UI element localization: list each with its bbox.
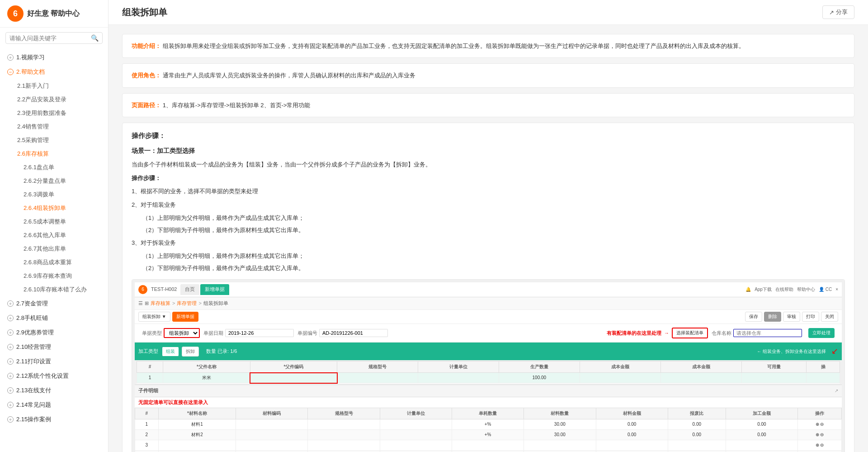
ss-btn-print[interactable]: 打印 [802, 312, 819, 322]
step3: 3、对于拆装业务 [132, 238, 845, 248]
ss-annotation-1: 有装配清单的在这里处理 [607, 329, 661, 338]
sidebar-item-cases[interactable]: + 2.15操作案例 [0, 412, 108, 427]
sidebar-item-prepare[interactable]: 2.3使用前数据准备 [0, 106, 108, 120]
ss-type-btns[interactable]: 组装 拆卸 [162, 347, 199, 357]
step3-2: （2）下部明细为子件明细，最终作为产成品生成其它入库单。 [142, 263, 845, 273]
ss-btn-approve[interactable]: 审核 [783, 312, 800, 322]
ss-type-row: 加工类型 组装 拆卸 数量 已录: 1/6 ← 组装业务、拆卸业务在这里选择 ↙ [135, 343, 842, 360]
ss-btn-new-doc[interactable]: 新增单据 [172, 312, 198, 322]
step1: 1、根据不同的业务，选择不同单据的类型来处理 [132, 186, 845, 196]
ss-date-input[interactable] [225, 329, 294, 337]
expand-icon-faq: + [7, 402, 14, 408]
ss-child-header: 子件明细 ↗ [135, 385, 842, 397]
ss-type-assembly[interactable]: 组装 [162, 347, 179, 357]
sidebar-item-ledger-error[interactable]: 2.6.10库存账本错了么办 [0, 283, 108, 296]
sidebar-item-install[interactable]: 2.2产品安装及登录 [0, 93, 108, 106]
sidebar-item-docs[interactable]: − 2.帮助文档 [0, 65, 108, 79]
ss-breadcrumb: ☰ ⊞ 库存核算 > 库存管理 > 组装拆卸单 [135, 297, 842, 310]
expand-icon: + [7, 54, 14, 61]
sidebar-item-adjust[interactable]: 2.6.3调拨单 [0, 188, 108, 201]
expand-icon-custom: + [7, 373, 14, 379]
sidebar-item-print[interactable]: + 2.11打印设置 [0, 354, 108, 369]
ss-btn-new-type[interactable]: 组装拆卸 ▼ [138, 312, 170, 322]
expand-icon-print: + [7, 358, 14, 365]
sidebar-item-other-in[interactable]: 2.6.6其他入库单 [0, 228, 108, 242]
path-text: 1、库存核算->库存管理->组装拆卸单 2、首页->常用功能 [163, 102, 311, 109]
user-role-label: 使用角色： [132, 72, 161, 79]
ss-tab-home[interactable]: 自页 [180, 284, 199, 295]
share-button[interactable]: ↗ 分享 [822, 5, 854, 19]
ss-nav-items: 🔔 App下载 在线帮助 帮助中心 👤 CC × [745, 285, 838, 294]
screenshot-inner: 6 TEST-H002 自页 新增单据 🔔 App下载 在线帮助 帮助中心 [132, 280, 844, 452]
ss-parent-table: # *父件名称 *父件编码 规格型号 计量单位 生产数量 成本金额 成本金额 可… [137, 361, 840, 384]
sidebar-item-sales[interactable]: 2.4销售管理 [0, 120, 108, 133]
ss-form-warehouse: 仓库名称 [712, 329, 802, 338]
ss-form-date: 单据日期 [203, 329, 294, 338]
sidebar-header: 6 好生意 帮助中心 [0, 0, 108, 28]
scenario1-title: 场景一：加工类型选择 [132, 145, 845, 157]
sidebar-item-stocktake[interactable]: 2.6.1盘点单 [0, 161, 108, 174]
user-role-text: 通常由生产人员或库管人员完成拆装业务的操作，库管人员确认原材料的出库和产成品的入… [163, 72, 415, 79]
app-title: 好生意 帮助中心 [27, 9, 80, 19]
expand-icon-finance: + [7, 300, 14, 307]
collapse-icon: − [7, 69, 14, 75]
ss-tab-new[interactable]: 新增单据 [200, 284, 229, 295]
ss-bom-btn[interactable]: 选择装配清单 [672, 328, 708, 338]
ss-annotation-4: 无固定清单可以直接在这里录入 [135, 397, 842, 408]
ss-process-btn[interactable]: 立即处理 [808, 328, 835, 338]
ss-parent-table-area: # *父件名称 *父件编码 规格型号 计量单位 生产数量 成本金额 成本金额 可… [137, 361, 840, 384]
sidebar-item-split-stock[interactable]: 2.6.2分量盘点单 [0, 174, 108, 188]
table-row: 3⊕ ⊖ [135, 440, 842, 451]
ss-tabs[interactable]: 自页 新增单据 [180, 284, 229, 295]
search-box[interactable]: 🔍 [5, 32, 103, 44]
expand-icon-biz: + [7, 344, 14, 350]
sidebar-item-inventory[interactable]: 2.6库存核算 [0, 147, 108, 161]
step2-2: （2）下部明细为子件明细，最终作为原材料生成其它出库单。 [142, 225, 845, 235]
ops-steps-title: 操作步骤： [132, 173, 845, 183]
ss-btn-save[interactable]: 保存 [745, 312, 762, 322]
ss-topbar: 6 TEST-H002 自页 新增单据 🔔 App下载 在线帮助 帮助中心 [135, 282, 842, 297]
expand-icon-cases: + [7, 416, 14, 423]
scenario1-desc: 当由多个子件材料组装成一个成品的业务为【组装】业务，当由一个父件拆分成多个子产品… [132, 159, 845, 170]
search-icon[interactable]: 🔍 [91, 34, 99, 42]
ops-title: 操作步骤： [132, 129, 845, 142]
sidebar-item-finance[interactable]: + 2.7资金管理 [0, 296, 108, 311]
sidebar-item-cost-adjust[interactable]: 2.6.5成本调整单 [0, 215, 108, 228]
ss-warehouse-input[interactable] [733, 329, 802, 337]
ss-logo: 6 [138, 285, 147, 294]
sidebar-item-coupon[interactable]: + 2.9优惠券管理 [0, 325, 108, 340]
expand-icon-payment: + [7, 387, 14, 394]
ss-form-doctype: 单据类型 组装拆卸 [142, 328, 200, 338]
ss-btn-delete[interactable]: 删除 [764, 312, 781, 322]
ops-block: 操作步骤： 场景一：加工类型选择 当由多个子件材料组装成一个成品的业务为【组装】… [122, 123, 854, 452]
sidebar-item-other-out[interactable]: 2.6.7其他出库单 [0, 242, 108, 256]
ss-type-disassembly[interactable]: 拆卸 [182, 347, 199, 357]
ss-btn-close[interactable]: 关闭 [821, 312, 838, 322]
ss-docno-input[interactable] [319, 329, 388, 337]
ss-toolbar-right: 保存 删除 审核 打印 关闭 [745, 312, 838, 322]
sidebar-item-new-user[interactable]: 2.1新手入门 [0, 79, 108, 93]
function-intro-text: 组装拆卸单用来处理企业组装或拆卸等加工业务，支持有固定装配清单的产品加工业务，也… [163, 43, 745, 49]
sidebar-item-purchase[interactable]: 2.5采购管理 [0, 133, 108, 147]
sidebar-item-video[interactable]: + 1.视频学习 [0, 50, 108, 65]
table-row: 2 材料2 +% 30.00 0.00 0.00 0.00 [135, 430, 842, 440]
sidebar: 6 好生意 帮助中心 🔍 + 1.视频学习 − 2.帮助文档 2.1新手入门 2… [0, 0, 108, 452]
path-label: 页面路径： [132, 102, 161, 109]
sidebar-item-cost-recalc[interactable]: 2.6.8商品成本重算 [0, 256, 108, 269]
step2-1: （1）上部明细为父件明细，最终作为产成品生成其它入库单； [142, 213, 845, 223]
sidebar-item-custom[interactable]: + 2.12系统个性化设置 [0, 369, 108, 383]
sidebar-item-mobile[interactable]: + 2.8手机旺铺 [0, 311, 108, 325]
ss-window-title: TEST-H002 [151, 285, 177, 294]
sidebar-item-faq[interactable]: + 2.14常见问题 [0, 398, 108, 412]
search-input[interactable] [9, 35, 91, 42]
sidebar-item-biz[interactable]: + 2.10经营管理 [0, 340, 108, 354]
step3-1: （1）上部明细为父件明细，最终作为原材料生成其它出库单； [142, 251, 845, 261]
expand-icon-mobile: + [7, 315, 14, 321]
parent-code-cell[interactable] [250, 373, 337, 383]
sidebar-item-assembly[interactable]: 2.6.4组装拆卸单 [0, 201, 108, 215]
function-intro-label: 功能介绍： [132, 43, 161, 49]
sidebar-item-payment[interactable]: + 2.13在线支付 [0, 383, 108, 398]
function-intro-block: 功能介绍： 组装拆卸单用来处理企业组装或拆卸等加工业务，支持有固定装配清单的产品… [122, 34, 854, 58]
ss-doctype-select[interactable]: 组装拆卸 [164, 328, 200, 338]
sidebar-item-ledger-query[interactable]: 2.6.9库存账本查询 [0, 269, 108, 283]
